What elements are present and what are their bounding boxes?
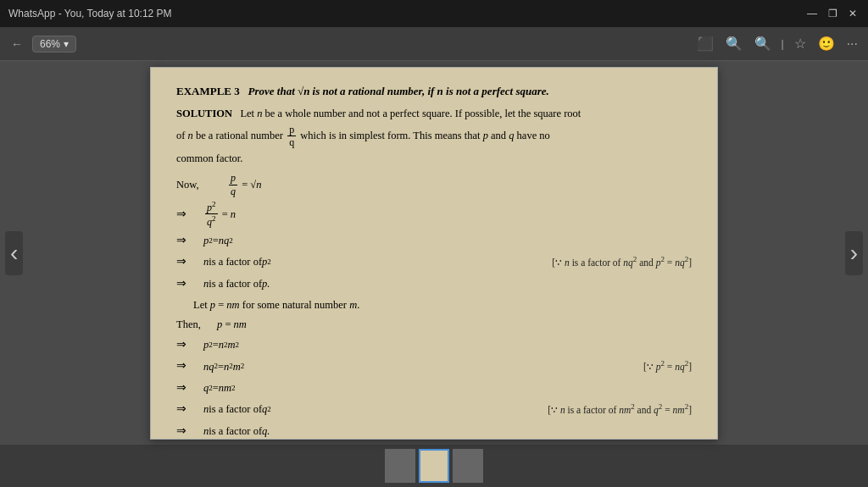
thumbnail-strip (0, 445, 868, 487)
math-expr-5: n is a factor of p. (203, 275, 692, 292)
example-text: Prove that √n is not a rational number, … (248, 85, 549, 97)
math-expr-7: nq2 = n2m2 [∵ p2 = nq2] (203, 357, 692, 374)
arrow-5: ⇒ (176, 274, 193, 293)
window-title: WhatsApp - You, Today at 10:12 PM (8, 8, 172, 19)
arrow-4: ⇒ (176, 252, 193, 271)
zoom-dropdown-icon[interactable]: ▾ (64, 38, 69, 50)
next-page-button[interactable]: › (845, 231, 863, 275)
fraction-pq: p q (229, 172, 237, 197)
prev-page-button[interactable]: ‹ (5, 231, 23, 275)
document-viewer: EXAMPLE 3 Prove that √n is not a rationa… (150, 67, 718, 440)
now-label: Now, (176, 176, 210, 193)
math-expr-2: p2 q2 = n (203, 200, 692, 229)
find-icon[interactable]: 🔍 (751, 34, 775, 53)
math-line-now: Now, p q = √n (176, 172, 692, 197)
thumbnail-1[interactable] (385, 449, 415, 483)
thumbnail-3[interactable] (453, 449, 483, 483)
math-line-10: ⇒ n is a factor of q. (176, 422, 692, 440)
title-bar: WhatsApp - You, Today at 10:12 PM — ❐ ✕ (0, 0, 868, 27)
window-controls: — ❐ ✕ (805, 7, 860, 20)
solution-line2: of n be a rational number p q which is i… (176, 124, 692, 149)
fraction-p2q2: p2 q2 (205, 200, 218, 229)
math-expr-9: n is a factor of q2 [∵ n is a factor of … (203, 401, 692, 418)
minimize-button[interactable]: — (805, 7, 819, 20)
solution-body: SOLUTION Let n be a whole number and not… (176, 105, 692, 440)
restore-button[interactable]: ❐ (826, 7, 839, 20)
math-expr-1: p q = √n (227, 172, 692, 197)
arrow-9: ⇒ (176, 400, 193, 418)
more-options-icon[interactable]: ··· (843, 35, 861, 53)
arrow-6: ⇒ (176, 335, 193, 354)
math-line-9: ⇒ n is a factor of q2 [∵ n is a factor o… (176, 400, 692, 418)
arrow-2: ⇒ (176, 205, 193, 224)
math-expr-8: q2 = nm2 (203, 379, 692, 396)
math-line-3: ⇒ p2 = nq2 (176, 231, 692, 250)
zoom-control[interactable]: 66% ▾ (32, 36, 76, 53)
emoji-icon[interactable]: 🙂 (815, 34, 838, 53)
fraction-p-q: p q (287, 124, 296, 149)
close-button[interactable]: ✕ (846, 7, 860, 20)
arrow-7: ⇒ (176, 357, 193, 375)
example-title: EXAMPLE 3 Prove that √n is not a rationa… (176, 85, 692, 98)
solution-line3: common factor. (176, 150, 692, 167)
math-line-4: ⇒ n is a factor of p2 [∵ n is a factor o… (176, 252, 692, 271)
math-line-6: ⇒ p2 = n2m2 (176, 335, 692, 354)
then-label: Then, (176, 316, 210, 333)
arrow-8: ⇒ (176, 379, 193, 397)
thumbnail-2[interactable] (419, 449, 449, 483)
reason-9: [∵ n is a factor of nm2 and q2 = nm2] (548, 401, 692, 418)
math-expr-3: p2 = nq2 (203, 232, 692, 249)
arrow-10: ⇒ (176, 422, 193, 440)
reason-4: [∵ n is a factor of nq2 and p2 = nq2] (552, 253, 692, 270)
browser-toolbar: ← 66% ▾ ⬛ 🔍 🔍 | ☆ 🙂 ··· (0, 27, 868, 61)
reader-view-icon[interactable]: ⬛ (693, 34, 717, 53)
example-label: EXAMPLE 3 (176, 85, 240, 97)
math-expr-10: n is a factor of q. (203, 423, 692, 440)
math-line-5: ⇒ n is a factor of p. (176, 274, 692, 293)
math-let-text: Let p = nm for some natural number m. (193, 296, 359, 313)
math-then-expr: p = nm (217, 316, 247, 333)
solution-intro: SOLUTION Let n be a whole number and not… (176, 105, 692, 122)
arrow-3: ⇒ (176, 231, 193, 250)
back-button[interactable]: ← (7, 36, 27, 53)
bookmark-icon[interactable]: ☆ (791, 34, 810, 53)
zoom-level: 66% (40, 38, 60, 50)
main-content-area: ‹ EXAMPLE 3 Prove that √n is not a ratio… (0, 61, 868, 445)
solution-label: SOLUTION (176, 108, 232, 119)
math-line-2: ⇒ p2 q2 = n (176, 200, 692, 229)
math-line-let: Let p = nm for some natural number m. (176, 296, 692, 313)
browser-action-icons: ⬛ 🔍 🔍 | ☆ 🙂 ··· (693, 34, 861, 53)
math-expr-4: n is a factor of p2 [∵ n is a factor of … (203, 253, 692, 270)
math-line-8: ⇒ q2 = nm2 (176, 379, 692, 397)
solution-line1: Let n be a whole number and not a perfec… (240, 108, 581, 119)
math-line-then: Then, p = nm (176, 316, 692, 333)
search-icon[interactable]: 🔍 (722, 34, 746, 53)
separator: | (782, 38, 784, 50)
math-expr-6: p2 = n2m2 (203, 336, 692, 353)
reason-7: [∵ p2 = nq2] (643, 357, 692, 374)
math-line-7: ⇒ nq2 = n2m2 [∵ p2 = nq2] (176, 357, 692, 375)
